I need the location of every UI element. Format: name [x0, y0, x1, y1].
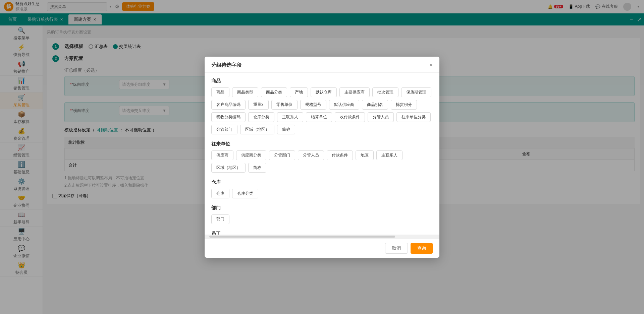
hscroll-thumb[interactable]: [209, 236, 395, 238]
cancel-button[interactable]: 取消: [385, 243, 408, 254]
field-group-warehouse-title: 仓库: [211, 179, 433, 185]
confirm-button[interactable]: 查询: [411, 243, 433, 254]
field-tag-goods-23[interactable]: 区域（地区）: [240, 125, 274, 134]
field-tag-goods-2[interactable]: 商品分类: [261, 87, 287, 97]
modal-overlay: 分组待选字段 × 商品 商品 商品类型 商品分类 产地 默认仓库 主要供应商 批…: [0, 0, 644, 314]
field-group-warehouse: 仓库 仓库 仓库分类: [211, 179, 433, 198]
field-tag-partner-2[interactable]: 分管部门: [269, 150, 295, 160]
field-tag-goods-14[interactable]: 拣货积分: [391, 100, 417, 110]
field-tag-goods-21[interactable]: 往来单位分类: [396, 112, 431, 122]
field-tag-goods-8[interactable]: 客户商品编码: [211, 100, 246, 110]
modal-title: 分组待选字段: [211, 62, 241, 68]
field-tag-goods-20[interactable]: 分管人员: [368, 112, 394, 122]
field-tag-dept-0[interactable]: 部门: [211, 214, 229, 224]
field-tag-goods-5[interactable]: 主要供应商: [339, 87, 370, 97]
field-tag-partner-5[interactable]: 地区: [356, 150, 374, 160]
field-tag-goods-10[interactable]: 零售单位: [271, 100, 298, 110]
field-tags-dept: 部门: [211, 214, 433, 224]
field-group-partner-title: 往来单位: [211, 141, 433, 147]
field-tag-goods-6[interactable]: 批次管理: [372, 87, 398, 97]
field-tag-goods-3[interactable]: 产地: [290, 87, 308, 97]
field-tag-partner-4[interactable]: 付款条件: [327, 150, 353, 160]
field-tag-warehouse-0[interactable]: 仓库: [211, 189, 229, 198]
field-tag-goods-4[interactable]: 默认仓库: [311, 87, 337, 97]
field-tag-goods-0[interactable]: 商品: [211, 87, 229, 97]
field-group-staff: 员工 业务员: [211, 231, 433, 235]
field-tag-partner-3[interactable]: 分管人员: [298, 150, 324, 160]
field-tag-goods-7[interactable]: 保质期管理: [401, 87, 431, 97]
field-tag-partner-1[interactable]: 供应商分类: [236, 150, 266, 160]
modal-body: 商品 商品 商品类型 商品分类 产地 默认仓库 主要供应商 批次管理 保质期管理…: [205, 73, 439, 235]
field-tags-partner: 供应商 供应商分类 分管部门 分管人员 付款条件 地区 主联系人 区域（地区） …: [211, 150, 433, 173]
field-group-partner: 往来单位 供应商 供应商分类 分管部门 分管人员 付款条件 地区 主联系人 区域…: [211, 141, 433, 173]
field-tag-goods-9[interactable]: 重量3: [248, 100, 269, 110]
modal-close-button[interactable]: ×: [429, 62, 433, 68]
field-group-staff-title: 员工: [211, 231, 433, 235]
field-tag-partner-6[interactable]: 主联系人: [376, 150, 402, 160]
field-tag-warehouse-1[interactable]: 仓库分类: [232, 189, 258, 198]
field-tag-goods-16[interactable]: 仓库分类: [248, 112, 274, 122]
field-tag-partner-8[interactable]: 简称: [248, 163, 266, 173]
field-group-goods-title: 商品: [211, 78, 433, 84]
field-group-goods: 商品 商品 商品类型 商品分类 产地 默认仓库 主要供应商 批次管理 保质期管理…: [211, 78, 433, 134]
field-tag-goods-11[interactable]: 规格型号: [300, 100, 326, 110]
field-tag-goods-12[interactable]: 默认供应商: [329, 100, 359, 110]
field-tag-goods-24[interactable]: 简称: [277, 125, 295, 134]
modal-header: 分组待选字段 ×: [205, 57, 439, 73]
field-selection-modal: 分组待选字段 × 商品 商品 商品类型 商品分类 产地 默认仓库 主要供应商 批…: [205, 57, 439, 258]
field-tag-goods-1[interactable]: 商品类型: [232, 87, 258, 97]
field-tag-goods-22[interactable]: 分管部门: [211, 125, 237, 134]
field-tag-goods-18[interactable]: 结算单位: [306, 112, 332, 122]
field-tag-partner-0[interactable]: 供应商: [211, 150, 233, 160]
field-tag-goods-17[interactable]: 主联系人: [277, 112, 303, 122]
field-tag-goods-13[interactable]: 商品别名: [362, 100, 388, 110]
field-tags-warehouse: 仓库 仓库分类: [211, 189, 433, 198]
field-tag-goods-15[interactable]: 税收分类编码: [211, 112, 246, 122]
field-tags-goods: 商品 商品类型 商品分类 产地 默认仓库 主要供应商 批次管理 保质期管理 客户…: [211, 87, 433, 134]
field-tag-partner-7[interactable]: 区域（地区）: [211, 163, 246, 173]
modal-footer: 取消 查询: [205, 239, 439, 258]
field-group-dept-title: 部门: [211, 205, 433, 211]
field-tag-goods-19[interactable]: 收付款条件: [335, 112, 365, 122]
field-group-dept: 部门 部门: [211, 205, 433, 224]
modal-horizontal-scrollbar[interactable]: [205, 235, 439, 239]
